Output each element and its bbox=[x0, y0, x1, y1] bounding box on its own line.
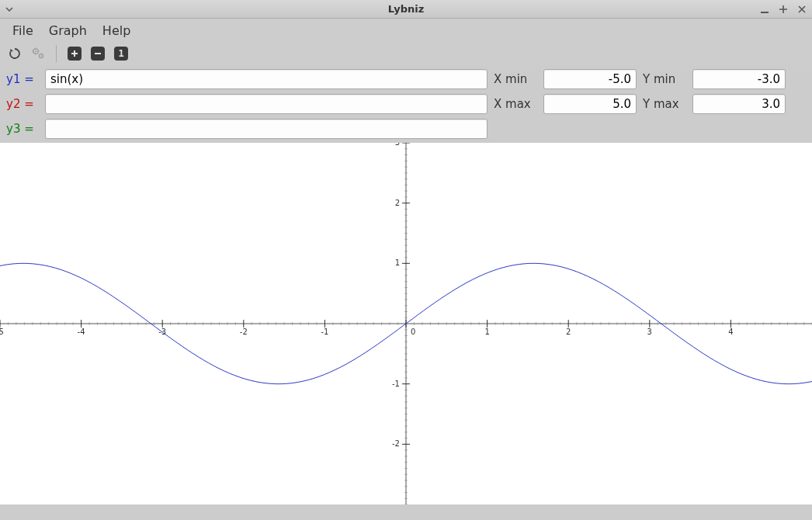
y2-input[interactable] bbox=[45, 94, 488, 114]
gears-icon bbox=[30, 46, 46, 61]
xmin-label: X min bbox=[494, 72, 537, 86]
svg-text:4: 4 bbox=[728, 328, 733, 336]
ymin-input[interactable] bbox=[692, 69, 786, 89]
svg-text:3: 3 bbox=[395, 143, 400, 147]
settings-button[interactable] bbox=[29, 45, 47, 62]
y3-input[interactable] bbox=[45, 119, 488, 139]
svg-point-2 bbox=[35, 50, 36, 52]
chevron-down-icon bbox=[5, 5, 14, 14]
menu-help[interactable]: Help bbox=[96, 20, 137, 41]
svg-text:-2: -2 bbox=[240, 328, 248, 336]
minimize-icon bbox=[760, 5, 769, 14]
window-menu-button[interactable] bbox=[5, 5, 67, 14]
menu-graph[interactable]: Graph bbox=[43, 20, 93, 41]
svg-text:1: 1 bbox=[484, 328, 489, 336]
titlebar: Lybniz bbox=[0, 0, 812, 19]
ymin-label: Y min bbox=[643, 72, 686, 86]
y3-label: y3 = bbox=[5, 122, 39, 136]
svg-text:-1: -1 bbox=[321, 328, 328, 336]
ymax-input[interactable] bbox=[692, 94, 786, 114]
plot-svg: -5-4-3-2-101234-2-1123 bbox=[0, 143, 812, 504]
maximize-button[interactable] bbox=[778, 4, 789, 15]
svg-text:-4: -4 bbox=[78, 328, 85, 336]
plus-icon bbox=[68, 47, 82, 61]
xmax-input[interactable] bbox=[543, 94, 637, 114]
maximize-icon bbox=[779, 5, 788, 14]
minus-icon bbox=[91, 47, 105, 61]
zoom-reset-button[interactable]: 1 bbox=[113, 45, 130, 62]
plot-container: -5-4-3-2-101234-2-1123 bbox=[0, 143, 812, 520]
footer-gap bbox=[0, 504, 812, 520]
close-icon bbox=[797, 5, 807, 14]
y1-label: y1 = bbox=[5, 72, 39, 86]
refresh-icon bbox=[8, 47, 22, 61]
y1-input[interactable] bbox=[45, 69, 488, 89]
window-title: Lybniz bbox=[0, 3, 812, 15]
svg-text:-2: -2 bbox=[392, 439, 400, 448]
close-button[interactable] bbox=[796, 4, 807, 15]
plot-canvas[interactable]: -5-4-3-2-101234-2-1123 bbox=[0, 143, 812, 504]
svg-text:-5: -5 bbox=[0, 328, 4, 336]
xmin-input[interactable] bbox=[543, 69, 637, 89]
svg-text:-1: -1 bbox=[392, 380, 400, 388]
svg-text:3: 3 bbox=[647, 328, 652, 336]
menu-file[interactable]: File bbox=[6, 20, 40, 41]
toolbar-separator bbox=[56, 45, 57, 62]
svg-text:1: 1 bbox=[395, 258, 400, 267]
svg-rect-0 bbox=[761, 12, 769, 13]
svg-text:0: 0 bbox=[411, 328, 415, 336]
ymax-label: Y max bbox=[643, 97, 686, 111]
xmax-label: X max bbox=[494, 97, 537, 111]
menubar: File Graph Help bbox=[0, 19, 812, 42]
one-icon: 1 bbox=[114, 47, 128, 61]
minimize-button[interactable] bbox=[759, 4, 770, 15]
input-panel: y1 = X min Y min y2 = X max Y max y3 = bbox=[0, 65, 812, 143]
y2-label: y2 = bbox=[5, 97, 39, 111]
zoom-in-button[interactable] bbox=[66, 45, 83, 62]
svg-point-8 bbox=[40, 55, 42, 57]
refresh-button[interactable] bbox=[6, 45, 23, 62]
svg-text:2: 2 bbox=[395, 199, 400, 207]
toolbar: 1 bbox=[0, 42, 812, 65]
svg-text:2: 2 bbox=[566, 328, 571, 336]
zoom-out-button[interactable] bbox=[89, 45, 106, 62]
